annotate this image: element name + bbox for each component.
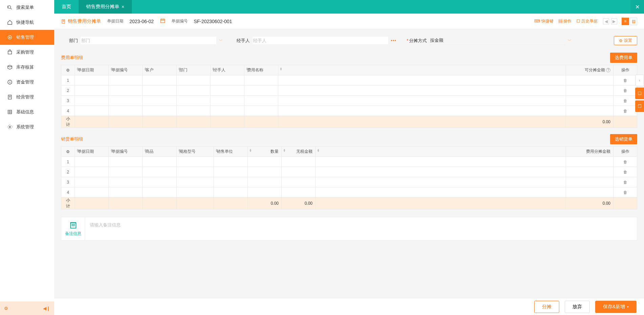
gear-icon xyxy=(7,124,13,130)
sidebar-item-label: 经营管理 xyxy=(16,94,34,100)
flap-2[interactable]: ❐ xyxy=(635,100,644,112)
delete-icon[interactable]: 🗑 xyxy=(623,190,627,195)
svg-line-1 xyxy=(11,8,12,9)
sidebar-search-label: 搜索菜单 xyxy=(16,4,34,11)
sidebar-item-quicknav[interactable]: 快捷导航 xyxy=(0,15,54,30)
prev-icon[interactable]: ◀ xyxy=(603,18,609,24)
date-value[interactable]: 2023-06-02 xyxy=(129,19,154,24)
header-right: ⌨ 快捷键 ▦ 操作 历史单据 ◀ ▶ ≡ ▤ xyxy=(534,18,637,25)
form-row: 部门 ﹀ 经手人 ••• *分摊方式 按金额 ﹀ ⚙ 设置 xyxy=(61,33,637,51)
table-row[interactable]: 2🗑 xyxy=(61,167,637,177)
collapse-icon[interactable]: ◀❙ xyxy=(39,306,54,311)
sidebar-item-inventory[interactable]: 库存核算 xyxy=(0,60,54,75)
subtotal-row: 小计0.00 xyxy=(61,116,637,128)
delete-icon[interactable]: 🗑 xyxy=(623,98,627,103)
svg-point-13 xyxy=(9,126,11,128)
gear-col-icon[interactable]: ⚙ xyxy=(61,147,75,157)
tab-current[interactable]: 销售费用分摊单 ✕ xyxy=(79,0,132,14)
dept-input[interactable] xyxy=(81,37,216,45)
tab-home[interactable]: 首页 xyxy=(54,0,79,14)
table-row[interactable]: 2🗑 xyxy=(61,86,637,96)
sidebar-item-system[interactable]: 系统管理 xyxy=(0,119,54,134)
delete-icon[interactable]: 🗑 xyxy=(623,170,627,174)
sidebar-item-sales[interactable]: 销售管理 xyxy=(0,30,54,45)
tab-label: 销售费用分摊单 xyxy=(86,4,119,10)
col-cust: ▲▼客户 xyxy=(143,65,177,75)
svg-text:¥: ¥ xyxy=(9,81,11,84)
sidebar-item-funds[interactable]: ¥ 资金管理 xyxy=(0,75,54,90)
delete-icon[interactable]: 🗑 xyxy=(623,88,627,93)
discard-button[interactable]: 放弃 xyxy=(565,301,590,313)
col-spacer: ▲▼ xyxy=(278,65,566,75)
settings-icon[interactable]: ⚙ xyxy=(0,306,12,311)
docno-value: SF-20230602-001 xyxy=(194,19,232,24)
list-view-icon[interactable]: ≡ xyxy=(622,18,629,25)
chevron-down-icon: ▾ xyxy=(627,305,629,309)
sidebar-search[interactable]: 搜索菜单 xyxy=(0,0,54,15)
expense-table: ⚙ ▲▼单据日期 ▲▼单据编号 ▲▼客户 ▲▼部门 ▲▼经手人 ▲▼费用名称 ▲… xyxy=(61,65,637,128)
shortcut-link[interactable]: ⌨ 快捷键 xyxy=(534,18,553,24)
history-link[interactable]: 历史单据 xyxy=(576,18,598,24)
chevron-down-icon[interactable]: ﹀ xyxy=(568,38,571,43)
sidebar-item-label: 资金管理 xyxy=(16,79,34,85)
sidebar-item-label: 快捷导航 xyxy=(16,19,34,25)
date-label: 单据日期 xyxy=(107,18,123,24)
tab-close-icon[interactable]: ✕ xyxy=(121,5,124,9)
table-row[interactable]: 4🗑 xyxy=(61,106,637,116)
svg-point-0 xyxy=(8,6,11,8)
close-all-icon[interactable]: ✕ xyxy=(630,0,644,14)
table-row[interactable]: 3🗑 xyxy=(61,96,637,106)
pick-sales-button[interactable]: 选销货单 xyxy=(610,134,637,144)
home-icon xyxy=(7,19,13,25)
pick-expense-button[interactable]: 选费用单 xyxy=(610,53,637,63)
help-icon[interactable]: ? xyxy=(606,68,610,72)
sidebar-item-purchase[interactable]: 采购管理 xyxy=(0,45,54,60)
save-button[interactable]: 保存&新增▾ xyxy=(595,301,637,313)
delete-icon[interactable]: 🗑 xyxy=(623,160,627,164)
allocate-button[interactable]: 分摊 xyxy=(534,301,559,313)
calendar-icon[interactable] xyxy=(160,18,165,24)
ops-link[interactable]: ▦ 操作 xyxy=(558,18,571,24)
section2-title: 销货单明细 xyxy=(61,136,83,142)
table-row[interactable]: 3🗑 xyxy=(61,177,637,187)
svg-rect-4 xyxy=(8,51,12,54)
chevron-down-icon[interactable]: ﹀ xyxy=(219,38,223,43)
table-row[interactable]: 1🗑 xyxy=(61,157,637,167)
table-row[interactable]: 4🗑 xyxy=(61,187,637,198)
col-alloc: 可分摊金额 ? xyxy=(566,65,613,75)
remark-box: 备注信息 xyxy=(61,217,637,241)
svg-rect-21 xyxy=(577,20,580,22)
remark-input[interactable] xyxy=(85,217,637,240)
col-op: 操作 xyxy=(613,65,637,75)
ellipsis-icon[interactable]: ••• xyxy=(391,38,397,43)
col-dept: ▲▼部门 xyxy=(177,65,210,75)
delete-icon[interactable]: 🗑 xyxy=(623,78,627,83)
delete-icon[interactable]: 🗑 xyxy=(623,109,627,113)
section1-header: 费用单明细 选费用单 xyxy=(61,53,637,63)
delete-icon[interactable]: 🗑 xyxy=(623,180,627,185)
note-icon xyxy=(69,221,77,229)
history-nav: ◀ ▶ xyxy=(602,18,617,24)
settings-button[interactable]: ⚙ 设置 xyxy=(614,36,637,45)
mode-select[interactable]: 按金额 xyxy=(429,36,565,45)
footer-actions: 分摊 放弃 保存&新增▾ xyxy=(54,298,644,315)
table-row[interactable]: 1🗑 xyxy=(61,75,637,86)
sidebar-item-label: 基础信息 xyxy=(16,109,34,115)
sidebar-item-business[interactable]: 经营管理 xyxy=(0,90,54,105)
box-icon xyxy=(7,64,13,70)
gear-col-icon[interactable]: ⚙ xyxy=(61,65,75,75)
next-icon[interactable]: ▶ xyxy=(611,18,617,24)
grid-icon xyxy=(7,109,13,115)
flap-1[interactable]: ❏ xyxy=(635,88,644,99)
card-view-icon[interactable]: ▤ xyxy=(630,18,637,25)
docno-label: 单据编号 xyxy=(172,18,188,24)
sidebar-item-label: 采购管理 xyxy=(16,49,34,55)
sidebar-item-label: 销售管理 xyxy=(16,34,34,40)
handler-input[interactable] xyxy=(253,37,388,45)
col-handler: ▲▼经手人 xyxy=(210,65,244,75)
view-toggle: ≡ ▤ xyxy=(622,18,637,25)
col-date: ▲▼单据日期 xyxy=(75,65,109,75)
sidebar-item-baseinfo[interactable]: 基础信息 xyxy=(0,105,54,119)
svg-rect-17 xyxy=(161,19,165,23)
flap-collapse-icon[interactable]: ‹ xyxy=(635,75,644,86)
